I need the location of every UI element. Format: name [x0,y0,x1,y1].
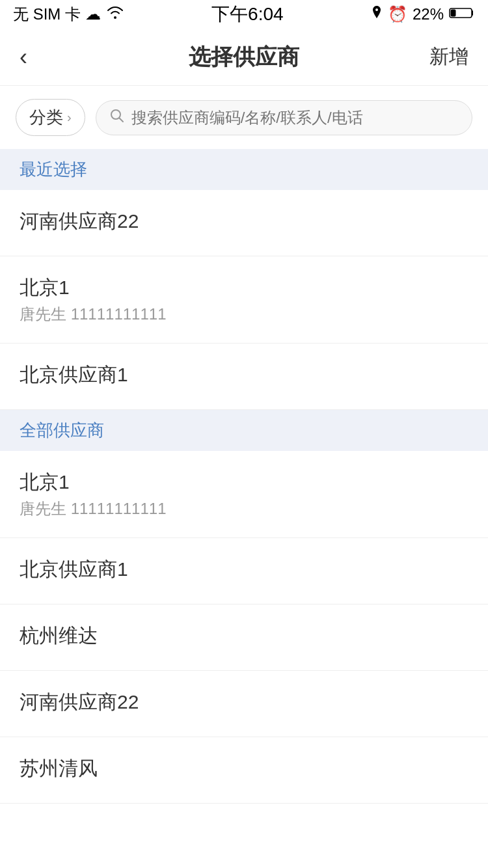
supplier-list: 最近选择河南供应商22北京1唐先生 11111111111北京供应商1全部供应商… [0,149,488,804]
category-button[interactable]: 分类 › [16,99,85,136]
supplier-name: 北京1 [20,275,468,301]
supplier-sub: 唐先生 11111111111 [20,498,468,519]
wifi-icon [106,5,124,23]
section-header-all: 全部供应商 [0,410,488,451]
search-box[interactable] [96,100,472,135]
status-time: 下午6:04 [211,2,284,27]
status-bar: 无 SIM 卡 ☁ 下午6:04 ⏰ 22% [0,0,488,29]
alarm-icon: ⏰ [388,5,407,23]
list-item[interactable]: 北京1唐先生 11111111111 [0,451,488,538]
supplier-name: 杭州维达 [20,623,468,649]
supplier-name: 河南供应商22 [20,208,468,235]
list-item[interactable]: 北京供应商1 [0,538,488,604]
supplier-name: 河南供应商22 [20,689,468,716]
page-title: 选择供应商 [189,42,299,72]
sim-status: 无 SIM 卡 ☁ [13,4,101,25]
list-item[interactable]: 杭州维达 [0,604,488,671]
search-input[interactable] [131,109,459,127]
filter-bar: 分类 › [0,86,488,149]
location-icon [371,5,383,23]
svg-line-4 [119,118,123,122]
list-item[interactable]: 河南供应商22 [0,671,488,737]
chevron-right-icon: › [67,110,72,125]
supplier-sub: 唐先生 11111111111 [20,304,468,325]
svg-rect-2 [451,10,456,17]
category-label: 分类 [29,106,63,129]
supplier-name: 北京供应商1 [20,362,468,388]
status-left: 无 SIM 卡 ☁ [13,4,124,25]
section-header-recent: 最近选择 [0,149,488,190]
list-item[interactable]: 北京供应商1 [0,344,488,410]
svg-point-0 [375,8,378,11]
supplier-name: 北京供应商1 [20,556,468,583]
list-item[interactable]: 河南供应商22 [0,190,488,256]
supplier-name: 苏州清风 [20,755,468,782]
nav-bar: ‹ 选择供应商 新增 [0,29,488,86]
back-button[interactable]: ‹ [20,44,59,71]
list-item[interactable]: 北京1唐先生 11111111111 [0,256,488,344]
new-button[interactable]: 新增 [429,44,468,70]
battery-text: 22% [413,5,444,23]
battery-icon [449,5,475,23]
supplier-name: 北京1 [20,469,468,496]
list-item[interactable]: 苏州清风 [0,737,488,804]
search-icon [109,107,125,128]
status-right: ⏰ 22% [371,5,475,23]
